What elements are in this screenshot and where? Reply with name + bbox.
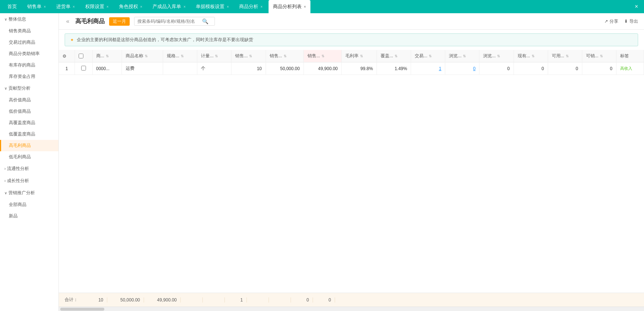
- export-icon: ⬇: [624, 19, 628, 24]
- sidebar-group-growth[interactable]: › 成长性分析: [0, 175, 58, 187]
- col-code[interactable]: 商...⇅: [92, 50, 122, 62]
- nav-tab-sales[interactable]: 销售单 ×: [23, 0, 50, 13]
- col-check[interactable]: [75, 50, 92, 62]
- sidebar-item-low-value[interactable]: 低价值商品: [0, 106, 58, 117]
- nav-tab-inbound[interactable]: 产成品入库单 ×: [148, 0, 190, 13]
- nav-tab-roles[interactable]: 角色授权 ×: [115, 0, 147, 13]
- nav-tab-analysis[interactable]: 商品分析 ×: [235, 0, 267, 13]
- nav-tab-permissions[interactable]: 权限设置 ×: [81, 0, 113, 13]
- nav-tab-purchase[interactable]: 进货单 ×: [52, 0, 79, 13]
- close-icon[interactable]: ×: [183, 5, 186, 9]
- sidebar-item-new-goods[interactable]: 新品: [0, 210, 58, 222]
- sidebar-item-label: 低价值商品: [9, 109, 31, 114]
- col-label-tag: 标签: [620, 53, 629, 59]
- sort-icon: ⇅: [321, 54, 324, 58]
- filter-recent-month-button[interactable]: 近一月: [109, 17, 130, 26]
- sidebar-item-traded-goods[interactable]: 交易过的商品: [0, 37, 58, 48]
- close-icon[interactable]: ×: [44, 5, 46, 9]
- close-icon[interactable]: ×: [304, 5, 306, 9]
- col-gross-margin[interactable]: 毛利率⇅: [342, 50, 377, 62]
- cell-name: 运费: [122, 62, 163, 75]
- trans-count-link[interactable]: 1: [439, 66, 442, 71]
- sidebar-group-marketing[interactable]: ∨ 营销推广分析: [0, 187, 58, 199]
- col-views1[interactable]: 浏览...⇅: [445, 50, 479, 62]
- col-coverage[interactable]: 覆盖...⇅: [377, 50, 411, 62]
- share-button[interactable]: ↗ 分享: [604, 18, 618, 25]
- footer-col-available: 0: [313, 297, 335, 303]
- col-label-spec: 规格...: [167, 53, 179, 59]
- col-label-unit: 计量...: [201, 53, 213, 59]
- nav-tab-label: 单据模板设置: [196, 3, 224, 10]
- sidebar-item-category-rate[interactable]: 商品分类助销率: [0, 48, 58, 59]
- views1-link[interactable]: 0: [473, 66, 476, 71]
- export-button[interactable]: ⬇ 导出: [624, 18, 638, 25]
- arrow-icon: ∨: [4, 17, 7, 21]
- close-icon[interactable]: ×: [227, 5, 229, 9]
- col-views2[interactable]: 浏览...⇅: [479, 50, 514, 62]
- close-icon[interactable]: ×: [260, 5, 263, 9]
- share-icon: ↗: [604, 19, 608, 24]
- content-header: « 高毛利商品 近一月 🔍 ↗ 分享 ⬇ 导出: [59, 13, 644, 30]
- col-available[interactable]: 可用...⇅: [548, 50, 582, 62]
- sidebar-group-label: 整体信息: [8, 16, 26, 22]
- col-sales-profit[interactable]: 销售...⇅: [303, 50, 341, 62]
- search-icon[interactable]: 🔍: [202, 18, 208, 24]
- tag-badge: 高收入: [620, 66, 632, 70]
- arrow-icon: ∨: [4, 86, 7, 90]
- horizontal-scrollbar[interactable]: [59, 307, 644, 311]
- nav-tab-home[interactable]: 首页: [3, 0, 21, 13]
- footer-col-views1: [247, 297, 269, 303]
- cell-tag: 高收入: [616, 62, 644, 75]
- sidebar-item-label: 销售类商品: [9, 28, 31, 33]
- nav-tab-template[interactable]: 单据模板设置 ×: [191, 0, 233, 13]
- sidebar-item-all-goods[interactable]: 全部商品: [0, 199, 58, 210]
- cell-check[interactable]: [75, 62, 92, 75]
- sidebar-group-overall[interactable]: ∨ 整体信息: [0, 13, 58, 25]
- window-close-button[interactable]: ×: [632, 3, 641, 10]
- nav-tab-label: 首页: [7, 3, 17, 10]
- sidebar-item-in-stock[interactable]: 有库存的商品: [0, 59, 58, 71]
- close-icon[interactable]: ×: [107, 5, 109, 9]
- cell-trans-count: 1: [411, 62, 445, 75]
- col-tag[interactable]: 标签: [616, 50, 644, 62]
- cell-sellable: 0: [582, 62, 616, 75]
- sidebar-item-label: 有库存的商品: [9, 62, 35, 68]
- sidebar-group-liquidity[interactable]: › 流通性分析: [0, 163, 58, 175]
- sidebar-group-contribution[interactable]: ∨ 贡献型分析: [0, 82, 58, 94]
- sidebar-item-stock-fund[interactable]: 库存资金占用: [0, 71, 58, 82]
- cell-code: 0000...: [92, 62, 122, 75]
- sidebar-item-high-coverage[interactable]: 高覆盖度商品: [0, 117, 58, 129]
- col-current-stock[interactable]: 现有...⇅: [514, 50, 548, 62]
- select-all-checkbox[interactable]: [79, 54, 83, 58]
- share-label: 分享: [609, 18, 618, 25]
- close-icon[interactable]: ×: [140, 5, 143, 9]
- sidebar-group-label: 成长性分析: [7, 178, 29, 184]
- search-input[interactable]: [137, 19, 200, 24]
- close-icon[interactable]: ×: [73, 5, 75, 9]
- sidebar-item-sales-goods[interactable]: 销售类商品: [0, 25, 58, 37]
- col-label-views2: 浏览...: [483, 53, 496, 59]
- col-sales-amount[interactable]: 销售...⇅: [266, 50, 303, 62]
- col-label-views1: 浏览...: [449, 53, 461, 59]
- footer-col-views2: [269, 297, 291, 303]
- scrollbar-thumb[interactable]: [60, 308, 104, 311]
- col-label-sales-amount: 销售...: [270, 53, 282, 59]
- sidebar-item-label: 新品: [9, 213, 18, 218]
- col-label-code: 商...: [96, 53, 104, 59]
- sidebar-item-high-margin[interactable]: 高毛利商品: [0, 140, 58, 151]
- col-trans-count[interactable]: 交易...⇅: [411, 50, 445, 62]
- sidebar-item-high-value[interactable]: 高价值商品: [0, 94, 58, 106]
- col-sales-qty[interactable]: 销售...⇅: [231, 50, 266, 62]
- sidebar-item-label: 高毛利商品: [9, 143, 31, 148]
- sidebar-item-low-margin[interactable]: 低毛利商品: [0, 151, 58, 163]
- sidebar-collapse-button[interactable]: «: [65, 18, 71, 25]
- row-checkbox[interactable]: [81, 66, 86, 70]
- nav-tab-analysis-list[interactable]: 商品分析列表 ×: [269, 0, 310, 13]
- col-name[interactable]: 商品名称⇅: [122, 50, 163, 62]
- sidebar-item-low-coverage[interactable]: 低覆盖度商品: [0, 129, 58, 140]
- col-spec[interactable]: 规格...⇅: [163, 50, 197, 62]
- col-unit[interactable]: 计量...⇅: [197, 50, 231, 62]
- cell-unit: 个: [197, 62, 231, 75]
- col-label-sales-profit: 销售...: [307, 53, 320, 59]
- col-sellable[interactable]: 可销...⇅: [582, 50, 616, 62]
